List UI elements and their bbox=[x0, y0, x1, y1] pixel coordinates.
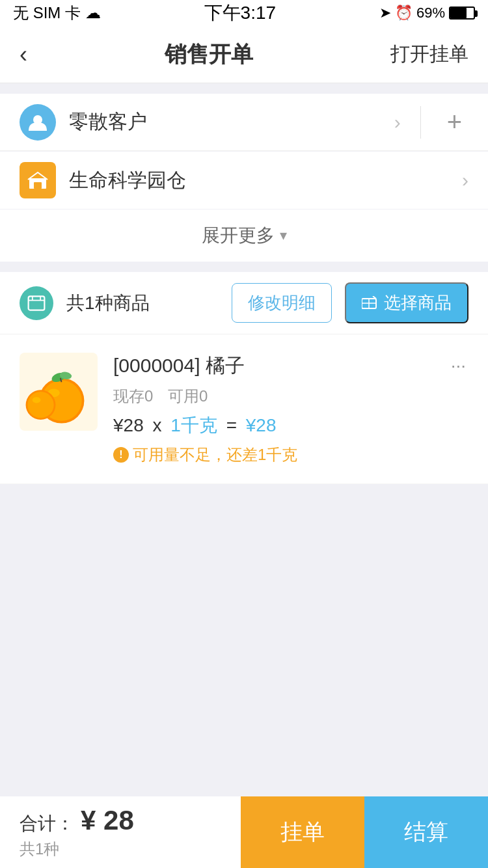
expand-more-text: 展开更多 ▾ bbox=[202, 223, 287, 248]
cart-icon bbox=[362, 296, 379, 310]
svg-point-16 bbox=[33, 397, 41, 403]
product-info: [0000004] 橘子 现存0 可用0 ¥28 x 1千克 = ¥28 ! 可… bbox=[113, 353, 433, 465]
nav-bar: ‹ 销售开单 打开挂单 bbox=[0, 26, 488, 83]
battery-text: 69% bbox=[416, 5, 445, 21]
hang-order-label: 挂单 bbox=[280, 817, 325, 847]
status-left: 无 SIM 卡 ☁ bbox=[13, 3, 101, 23]
customer-row[interactable]: 零散客户 › + bbox=[0, 94, 488, 151]
warning-text: 可用量不足，还差1千克 bbox=[133, 444, 297, 465]
product-item: [0000004] 橘子 现存0 可用0 ¥28 x 1千克 = ¥28 ! 可… bbox=[0, 334, 488, 484]
product-count-icon bbox=[20, 286, 53, 320]
multiply-sign: x bbox=[153, 415, 162, 435]
add-customer-button[interactable]: + bbox=[441, 107, 468, 137]
product-section-header: 共1种商品 修改明细 选择商品 bbox=[0, 272, 488, 334]
total-label: 合计： bbox=[20, 811, 74, 836]
product-more-button[interactable]: ··· bbox=[448, 353, 468, 379]
top-divider bbox=[0, 83, 488, 94]
select-product-label: 选择商品 bbox=[384, 292, 452, 314]
back-button[interactable]: ‹ bbox=[20, 41, 27, 68]
customer-chevron-icon[interactable]: › bbox=[394, 111, 401, 133]
warehouse-chevron-icon[interactable]: › bbox=[462, 169, 468, 191]
bottom-spacer bbox=[0, 484, 488, 796]
product-price-row: ¥28 x 1千克 = ¥28 bbox=[113, 413, 433, 438]
page-title: 销售开单 bbox=[165, 40, 253, 70]
equals-sign: = bbox=[226, 415, 237, 435]
quantity-value: 1千克 bbox=[170, 415, 217, 435]
status-bar: 无 SIM 卡 ☁ 下午3:17 ➤ ⏰ 69% bbox=[0, 0, 488, 26]
total-value: ¥ 28 bbox=[81, 805, 134, 836]
svg-point-15 bbox=[27, 392, 53, 418]
battery-icon bbox=[449, 7, 475, 20]
footer-total-section: 合计： ¥ 28 共1种 bbox=[0, 805, 241, 860]
status-right: ➤ ⏰ 69% bbox=[379, 5, 475, 21]
location-icon: ➤ bbox=[379, 5, 391, 21]
hang-order-button[interactable]: 挂单 bbox=[241, 796, 364, 868]
vertical-divider bbox=[420, 106, 421, 139]
product-code: [0000004] bbox=[113, 355, 200, 376]
unit-price: ¥28 bbox=[113, 415, 144, 435]
status-time: 下午3:17 bbox=[204, 1, 277, 25]
stock-label: 现存0 bbox=[113, 387, 153, 405]
warehouse-name: 生命科学园仓 bbox=[69, 167, 462, 194]
product-title: 橘子 bbox=[206, 355, 245, 376]
warehouse-icon bbox=[20, 162, 56, 198]
checkout-label: 结算 bbox=[404, 817, 448, 847]
modify-detail-button[interactable]: 修改明细 bbox=[232, 283, 332, 323]
product-image bbox=[20, 353, 98, 431]
warning-icon: ! bbox=[113, 447, 129, 463]
product-warning: ! 可用量不足，还差1千克 bbox=[113, 444, 433, 465]
carrier-text: 无 SIM 卡 ☁ bbox=[13, 3, 101, 23]
svg-rect-3 bbox=[29, 296, 45, 310]
svg-rect-2 bbox=[34, 182, 42, 189]
available-label: 可用0 bbox=[168, 387, 208, 405]
total-price: ¥28 bbox=[246, 415, 277, 435]
footer-sub-label: 共1种 bbox=[20, 839, 221, 860]
expand-more-row[interactable]: 展开更多 ▾ bbox=[0, 210, 488, 262]
warehouse-row[interactable]: 生命科学园仓 › bbox=[0, 152, 488, 209]
product-count-text: 共1种商品 bbox=[66, 291, 219, 316]
product-stock-info: 现存0 可用0 bbox=[113, 386, 433, 407]
alarm-icon: ⏰ bbox=[395, 5, 413, 21]
expand-label: 展开更多 bbox=[202, 223, 275, 248]
expand-arrow-icon: ▾ bbox=[280, 227, 287, 244]
checkout-button[interactable]: 结算 bbox=[364, 796, 488, 868]
open-pending-button[interactable]: 打开挂单 bbox=[390, 41, 468, 68]
select-product-button[interactable]: 选择商品 bbox=[345, 282, 468, 323]
footer-total-row: 合计： ¥ 28 bbox=[20, 805, 221, 836]
customer-name: 零散客户 bbox=[69, 109, 394, 135]
footer: 合计： ¥ 28 共1种 挂单 结算 bbox=[0, 796, 488, 868]
customer-right-actions: › + bbox=[394, 106, 468, 139]
customer-avatar-icon bbox=[20, 104, 56, 141]
product-name: [0000004] 橘子 bbox=[113, 353, 433, 379]
